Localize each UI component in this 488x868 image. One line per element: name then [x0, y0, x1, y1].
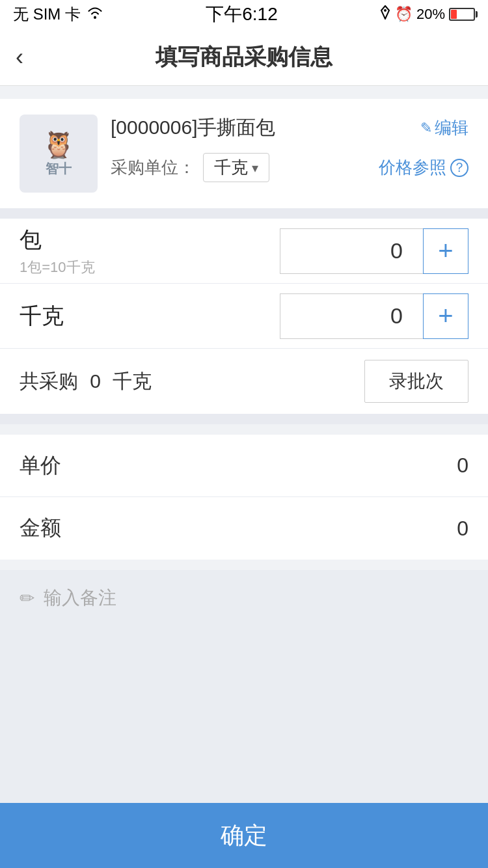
- edit-label: 编辑: [435, 116, 468, 139]
- product-title-row: [0000006]手撕面包 ✎ 编辑: [111, 115, 468, 141]
- price-section: 单价 0 金额 0: [0, 435, 488, 560]
- status-time: 下午6:12: [206, 2, 278, 27]
- input-section: 包 1包=10千克 + 千克 +: [0, 219, 488, 349]
- location-icon: [379, 5, 391, 23]
- kg-input-control: +: [280, 293, 468, 339]
- product-logo: 🦉 智十: [20, 115, 98, 193]
- summary-text: 共采购 0 千克: [20, 368, 152, 395]
- svg-point-0: [94, 16, 96, 19]
- package-label: 包: [20, 225, 95, 255]
- product-logo-text: 智十: [46, 160, 72, 178]
- amount-value: 0: [457, 517, 468, 541]
- alarm-icon: ⏰: [395, 6, 413, 23]
- summary-unit: 千克: [113, 370, 152, 392]
- package-plus-button[interactable]: +: [423, 228, 468, 274]
- unit-price-label: 单价: [20, 452, 61, 480]
- notes-section[interactable]: ✏ 输入备注: [0, 570, 488, 626]
- package-sub-label: 1包=10千克: [20, 258, 95, 277]
- sim-status: 无 SIM 卡: [13, 4, 81, 25]
- amount-label: 金额: [20, 514, 61, 543]
- notes-placeholder: 输入备注: [44, 586, 116, 610]
- pencil-icon: ✏: [20, 588, 34, 609]
- package-row: 包 1包=10千克 +: [0, 219, 488, 284]
- status-bar: 无 SIM 卡 下午6:12 ⏰ 20%: [0, 0, 488, 29]
- kg-label-block: 千克: [20, 301, 64, 331]
- back-button[interactable]: ‹: [16, 44, 23, 71]
- battery-percent: 20%: [416, 6, 445, 23]
- kg-row: 千克 +: [0, 284, 488, 349]
- purchase-unit-label: 采购单位：: [111, 156, 195, 179]
- section-divider-1: [0, 208, 488, 219]
- kg-plus-button[interactable]: +: [423, 293, 468, 339]
- product-card: 🦉 智十 [0000006]手撕面包 ✎ 编辑 采购单位： 千克 ▾ 价格参照 …: [0, 99, 488, 208]
- product-info: [0000006]手撕面包 ✎ 编辑 采购单位： 千克 ▾ 价格参照 ？: [111, 115, 468, 182]
- edit-button[interactable]: ✎ 编辑: [420, 116, 468, 139]
- amount-row: 金额 0: [0, 497, 488, 560]
- product-owl-icon: 🦉: [42, 129, 75, 160]
- wifi-icon: [86, 5, 104, 23]
- summary-prefix: 共采购: [20, 370, 78, 392]
- info-icon: ？: [450, 159, 468, 177]
- nav-bar: ‹ 填写商品采购信息: [0, 29, 488, 86]
- summary-row: 共采购 0 千克 录批次: [0, 349, 488, 414]
- kg-label: 千克: [20, 301, 64, 331]
- unit-price-row: 单价 0: [0, 435, 488, 497]
- package-input-control: +: [280, 228, 468, 274]
- nav-title: 填写商品采购信息: [156, 42, 332, 72]
- summary-amount: 0: [90, 370, 101, 392]
- price-ref-button[interactable]: 价格参照 ？: [379, 156, 468, 179]
- purchase-unit-row: 采购单位： 千克 ▾ 价格参照 ？: [111, 153, 468, 182]
- package-quantity-input[interactable]: [280, 228, 423, 274]
- unit-price-value: 0: [457, 454, 468, 478]
- chevron-down-icon: ▾: [252, 160, 258, 176]
- footer-space: [0, 626, 488, 808]
- status-right: ⏰ 20%: [379, 5, 475, 23]
- product-name: [0000006]手撕面包: [111, 115, 275, 141]
- svg-point-1: [384, 9, 386, 12]
- price-ref-label: 价格参照: [379, 156, 446, 179]
- section-divider-2: [0, 414, 488, 424]
- edit-icon: ✎: [420, 120, 432, 137]
- package-label-block: 包 1包=10千克: [20, 225, 95, 277]
- status-left: 无 SIM 卡: [13, 4, 104, 25]
- confirm-button[interactable]: 确定: [0, 803, 488, 868]
- unit-select[interactable]: 千克 ▾: [203, 153, 269, 182]
- unit-value: 千克: [214, 156, 248, 179]
- kg-quantity-input[interactable]: [280, 293, 423, 339]
- batch-button[interactable]: 录批次: [364, 360, 468, 403]
- battery-icon: [449, 8, 475, 21]
